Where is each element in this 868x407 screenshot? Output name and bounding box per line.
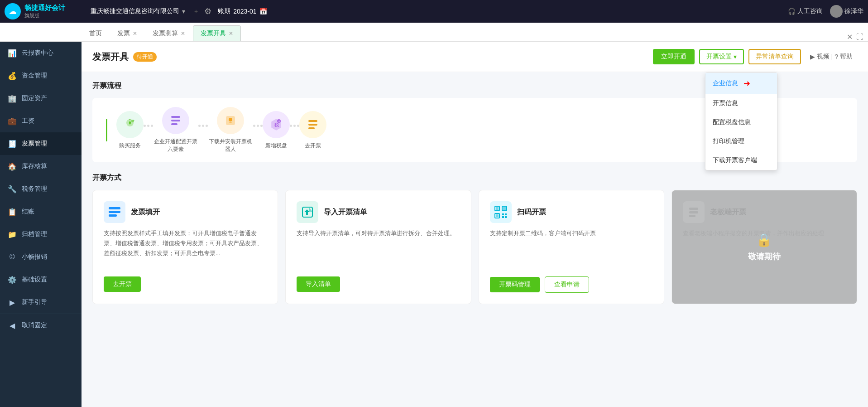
go-invoice-button[interactable]: 去开票: [104, 276, 141, 292]
flow-step-3: 下载并安装开票机器人: [208, 107, 253, 153]
activate-button[interactable]: 立即开通: [653, 49, 695, 64]
method-title-3: 扫码开票: [517, 208, 546, 217]
step-label-1: 购买服务: [119, 142, 141, 150]
method-card-import: 导入开票清单 支持导入待开票清单，可对待开票清单进行拆分、合并处理。 导入清单: [285, 190, 471, 304]
method-desc-3: 支持定制开票二维码，客户端可扫码开票: [490, 228, 653, 269]
tax-icon: 🔧: [7, 184, 17, 194]
sidebar-item-assets[interactable]: 🏢 固定资产: [0, 87, 82, 110]
period-info: 账期 2023-01 📅: [218, 7, 267, 15]
tab-home[interactable]: 首页: [82, 25, 110, 41]
sidebar-item-guide[interactable]: ▶ 新手引导: [0, 291, 82, 314]
svg-rect-29: [505, 216, 507, 218]
sidebar-item-archive[interactable]: 📁 归档管理: [0, 223, 82, 246]
method-card-boss: 老板端开票 查看老板端小程序提交的开票申请，并作出相应的处理 🔒 敬请期待: [671, 190, 857, 304]
dropdown-item-company[interactable]: 企业信息 ➜: [705, 73, 777, 94]
qr-manage-button[interactable]: 开票码管理: [490, 277, 540, 292]
user-profile[interactable]: 徐泽华: [830, 5, 863, 18]
tab-bar: 首页 发票 ✕ 发票测算 ✕ 发票开具 ✕ ✕ ⛶: [0, 23, 868, 42]
salary-icon: 💼: [7, 116, 17, 126]
help-icon: ?: [834, 53, 838, 60]
sidebar-item-salary[interactable]: 💼 工资: [0, 110, 82, 132]
svg-rect-4: [171, 116, 180, 118]
dropdown-item-tax-disk[interactable]: 配置税盘信息: [705, 113, 777, 132]
svg-rect-25: [496, 214, 499, 217]
overlay-text: 敬请期待: [748, 251, 781, 262]
close-window-icon[interactable]: ✕: [847, 33, 853, 41]
invoice-icon: 🧾: [7, 139, 17, 149]
period-value: 2023-01: [233, 8, 256, 15]
close-tab-calc[interactable]: ✕: [181, 30, 185, 37]
step-icon-3: [217, 107, 244, 134]
period-label: 账期: [218, 7, 230, 15]
dropdown-item-printer[interactable]: 打印机管理: [705, 132, 777, 151]
import-list-button[interactable]: 导入清单: [297, 276, 340, 292]
logo-text: 畅捷通好会计: [24, 4, 65, 12]
video-button[interactable]: ▶ 视频 | ? 帮助: [806, 50, 857, 63]
sidebar-item-unpin[interactable]: ◀ 取消固定: [0, 314, 82, 337]
view-apply-button[interactable]: 查看申请: [545, 276, 589, 293]
page-title: 发票开具: [92, 51, 129, 63]
pending-badge: 待开通: [133, 52, 157, 62]
chevron-down-icon: ▾: [734, 53, 737, 60]
settings-button[interactable]: 开票设置 ▾: [699, 49, 744, 64]
locked-overlay: 🔒 敬请期待: [672, 190, 857, 304]
method-desc-1: 支持按照发票样式手工填开发票；可开具增值税电子普通发票、增值税普通发票、增值税专…: [104, 228, 267, 269]
abnormal-list-button[interactable]: 异常清单查询: [748, 49, 801, 64]
method-card-scan: 扫码开票 支持定制开票二维码，客户端可扫码开票 开票码管理 查看申请: [479, 190, 664, 304]
step-icon-1: +: [116, 111, 144, 138]
sidebar-item-reports[interactable]: 📊 云报表中心: [0, 42, 82, 64]
calendar-icon[interactable]: 📅: [259, 8, 267, 15]
svg-rect-23: [503, 207, 506, 210]
method-cards: 发票填开 支持按照发票样式手工填开发票；可开具增值税电子普通发票、增值税普通发票…: [92, 190, 857, 304]
svg-rect-18: [109, 214, 117, 217]
methods-section: 开票方式 发票填开 支持按照发票样式手工填开发票；可开具增值税电子普通发票、增值…: [92, 173, 857, 304]
sidebar-item-tax[interactable]: 🔧 税务管理: [0, 178, 82, 200]
page-title-area: 发票开具 待开通: [92, 51, 157, 63]
svg-rect-28: [502, 216, 504, 218]
svg-point-8: [229, 118, 232, 121]
flow-dots-2: [198, 125, 208, 136]
consult-button[interactable]: 🎧 人工咨询: [788, 7, 823, 15]
logo-icon: ☁: [5, 3, 21, 19]
method-header-1: 发票填开: [104, 201, 267, 223]
svg-rect-21: [496, 207, 499, 210]
sidebar-item-inventory[interactable]: 🏠 库存核算: [0, 155, 82, 178]
svg-rect-17: [109, 211, 120, 213]
method-title-1: 发票填开: [131, 208, 160, 217]
close-tab-invoice[interactable]: ✕: [133, 30, 137, 37]
company-selector[interactable]: 重庆畅捷交通信息咨询有限公司 ▾: [86, 5, 190, 17]
tab-invoice-calc[interactable]: 发票测算 ✕: [145, 25, 193, 41]
sidebar: 📊 云报表中心 💰 资金管理 🏢 固定资产 💼 工资 🧾 发票管理 🏠 库存核算…: [0, 42, 82, 407]
step-label-5: 去开票: [305, 142, 321, 150]
settings-icon[interactable]: ⚙: [202, 5, 213, 18]
play-icon: ▶: [810, 53, 815, 60]
method-desc-2: 支持导入待开票清单，可对待开票清单进行拆分、合并处理。: [297, 228, 460, 269]
step-icon-5: [299, 111, 326, 138]
flow-divider: [106, 119, 107, 141]
import-invoice-icon: [297, 201, 318, 223]
tab-invoice-issue[interactable]: 发票开具 ✕: [193, 25, 241, 41]
flow-dots-4: [290, 125, 299, 136]
settings-dropdown: 企业信息 ➜ 开票信息 配置税盘信息 打印机管理 下载开票客户端: [705, 73, 777, 170]
svg-rect-5: [171, 120, 180, 121]
scan-buttons: 开票码管理 查看申请: [490, 276, 653, 293]
reports-icon: 📊: [7, 48, 17, 58]
sidebar-item-funds[interactable]: 💰 资金管理: [0, 64, 82, 87]
sidebar-item-settings[interactable]: ⚙️ 基础设置: [0, 268, 82, 291]
chevron-down-icon: ▾: [182, 8, 185, 15]
sidebar-item-checkout[interactable]: 📋 结账: [0, 200, 82, 223]
dropdown-item-download-client[interactable]: 下载开票客户端: [705, 151, 777, 170]
flow-step-1: + 购买服务: [116, 111, 144, 150]
close-tab-issue[interactable]: ✕: [229, 30, 233, 37]
sidebar-item-expense[interactable]: © 小畅报销: [0, 246, 82, 268]
dropdown-item-invoice-info[interactable]: 开票信息: [705, 94, 777, 113]
flow-step-4: 税+ 新增税盘: [263, 111, 290, 150]
sidebar-item-invoice[interactable]: 🧾 发票管理: [0, 132, 82, 155]
flow-dots-3: [253, 125, 263, 136]
top-right-area: 🎧 人工咨询 徐泽华: [788, 5, 863, 18]
step-label-4: 新增税盘: [265, 142, 287, 150]
maximize-icon[interactable]: ⛶: [856, 33, 863, 41]
tab-invoice[interactable]: 发票 ✕: [110, 25, 145, 41]
guide-icon: ▶: [7, 297, 17, 307]
top-bar: ☁ 畅捷通好会计 旗舰版 重庆畅捷交通信息咨询有限公司 ▾ + ⚙ 账期 202…: [0, 0, 868, 23]
